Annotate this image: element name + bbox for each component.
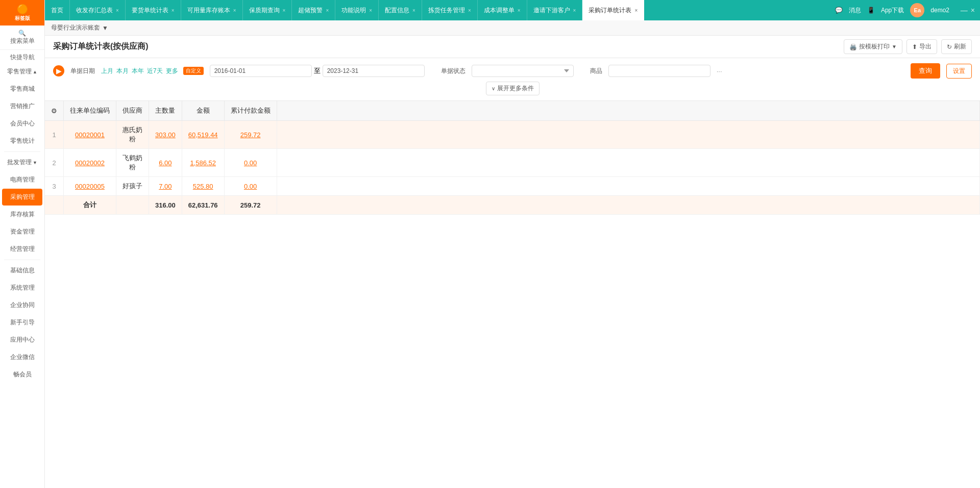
tab-available-stock-close[interactable]: × [233,8,236,13]
tab-invite-downstream[interactable]: 邀请下游客户 × [527,0,583,20]
basic-info-label: 基础信息 [10,267,35,274]
date-separator: 至 [314,66,321,75]
tab-cost-adjust[interactable]: 成本调整单 × [478,0,527,20]
sidebar-item-purchase-mgmt[interactable]: 采购管理 [2,189,42,206]
print-icon: 🖨️ [849,43,857,50]
tab-available-stock[interactable]: 可用量库存账本 × [181,0,243,20]
status-select[interactable] [472,65,574,77]
avatar[interactable]: Ea [910,3,924,17]
cell-supplier[interactable]: 好孩子 [116,177,149,196]
cell-paid[interactable]: 0.00 [224,149,277,177]
goods-more-icon[interactable]: ··· [717,67,722,75]
tab-demand-stats[interactable]: 要货单统计表 × [126,0,181,20]
sidebar-item-member-center[interactable]: 会员中心 [2,115,42,132]
breadcrumb-select[interactable]: 母婴行业演示账套 ▼ [51,23,108,32]
tab-cost-adjust-close[interactable]: × [518,8,521,13]
cell-paid[interactable]: 0.00 [224,177,277,196]
cell-code[interactable]: 00020002 [64,149,116,177]
tab-expiry-query-close[interactable]: × [283,8,286,13]
sidebar-item-retail-mgmt[interactable]: 零售管理 ▲ [2,63,42,80]
sidebar-item-retail-store[interactable]: 零售商城 [2,81,42,97]
tab-config-info[interactable]: 配置信息 × [379,0,422,20]
shortcut-this-year[interactable]: 本年 [132,67,144,75]
tab-invite-downstream-close[interactable]: × [573,8,576,13]
sidebar: 🟠 标签版 🔍 搜索菜单 快捷导航 零售管理 ▲ 零售商城 营销推广 会员中心 … [0,0,45,488]
inventory-label: 库存核算 [10,211,35,218]
win-minimize-btn[interactable]: — [961,6,968,14]
more-filter-row: ∨ 展开更多条件 [53,82,972,95]
refresh-button[interactable]: ↻ 刷新 [941,39,972,54]
print-arrow-icon: ▼ [892,44,897,49]
table-row[interactable]: 2 00020002 飞鹤奶粉 6.00 1,586.52 0.00 [45,149,980,177]
print-button[interactable]: 🖨️ 按模板打印 ▼ [844,39,902,54]
sidebar-item-new-guide[interactable]: 新手引导 [2,314,42,331]
shortcut-more[interactable]: 更多 [166,67,178,75]
sidebar-item-corp-wechat[interactable]: 企业微信 [2,349,42,366]
cell-num: 3 [45,177,64,196]
tab-purchase-stats[interactable]: 采购订单统计表 × [582,0,644,20]
tab-expiry-query[interactable]: 保质期查询 × [243,0,292,20]
username[interactable]: demo2 [930,7,949,14]
tab-demand-stats-close[interactable]: × [172,8,175,13]
cell-supplier[interactable]: 惠氏奶粉 [116,121,149,149]
shortcut-this-month[interactable]: 本月 [116,67,129,75]
app-download-label[interactable]: App下载 [881,6,904,15]
tab-hold-task[interactable]: 拣货任务管理 × [422,0,478,20]
sidebar-item-batch-mgmt[interactable]: 批发管理 ▼ [2,154,42,171]
tab-home[interactable]: 首页 [45,0,70,20]
table-row[interactable]: 1 00020001 惠氏奶粉 303.00 60,519.44 259.72 [45,121,980,149]
sidebar-item-marketing[interactable]: 营销推广 [2,98,42,115]
cell-code[interactable]: 00020001 [64,121,116,149]
app-center-label: 应用中心 [10,336,35,343]
settings-button[interactable]: 设置 [946,64,972,79]
sidebar-item-corp-collab[interactable]: 企业协同 [2,297,42,314]
tab-overstock-warning-close[interactable]: × [326,8,329,13]
th-paid: 累计付款金额 [224,101,277,121]
sidebar-item-basic-info[interactable]: 基础信息 [2,262,42,279]
expand-filter-button[interactable]: ∨ 展开更多条件 [486,82,540,95]
cell-amount[interactable]: 1,586.52 [182,149,224,177]
tab-receive-summary-close[interactable]: × [116,8,119,13]
tab-hold-task-close[interactable]: × [468,8,471,13]
shortcut-7days[interactable]: 近7天 [147,67,163,75]
th-supplier: 供应商 [116,101,149,121]
cell-extra [277,121,979,149]
tab-cost-adjust-label: 成本调整单 [484,6,514,15]
date-to-input[interactable] [323,65,425,77]
goods-input[interactable] [608,65,710,77]
date-from-input[interactable] [210,65,312,77]
message-label[interactable]: 消息 [849,6,861,15]
cell-amount[interactable]: 525.80 [182,177,224,196]
cell-supplier[interactable]: 飞鹤奶粉 [116,149,149,177]
sidebar-item-sys-mgmt[interactable]: 系统管理 [2,279,42,296]
cell-qty[interactable]: 6.00 [149,149,182,177]
sidebar-item-ecom-mgmt[interactable]: 电商管理 [2,171,42,188]
sidebar-item-retail-stats[interactable]: 零售统计 [2,133,42,149]
breadcrumb: 母婴行业演示账套 ▼ [45,20,980,36]
tab-func-desc-close[interactable]: × [369,8,372,13]
win-close-btn[interactable]: × [971,6,975,14]
cell-code[interactable]: 00020005 [64,177,116,196]
collapse-button[interactable]: ▶ [53,65,64,76]
tab-config-info-close[interactable]: × [412,8,415,13]
sidebar-search[interactable]: 🔍 搜索菜单 [0,25,44,50]
sidebar-item-finance[interactable]: 资金管理 [2,223,42,240]
cell-qty[interactable]: 303.00 [149,121,182,149]
sidebar-item-app-center[interactable]: 应用中心 [2,331,42,348]
export-button[interactable]: ⬆ 导出 [906,39,937,54]
cell-paid[interactable]: 259.72 [224,121,277,149]
shortcut-last-month[interactable]: 上月 [101,67,113,75]
tab-purchase-stats-close[interactable]: × [634,8,638,13]
column-settings-icon[interactable]: ⚙ [51,107,57,115]
cell-qty[interactable]: 7.00 [149,177,182,196]
table-row[interactable]: 3 00020005 好孩子 7.00 525.80 0.00 [45,177,980,196]
query-button[interactable]: 查询 [911,63,940,79]
th-settings[interactable]: ⚙ [45,101,64,121]
sidebar-item-vip-member[interactable]: 畅会员 [2,366,42,383]
sidebar-item-operation[interactable]: 经营管理 [2,241,42,258]
cell-amount[interactable]: 60,519.44 [182,121,224,149]
tab-overstock-warning[interactable]: 超储预警 × [292,0,335,20]
tab-receive-summary[interactable]: 收发存汇总表 × [70,0,126,20]
tab-func-desc[interactable]: 功能说明 × [335,0,379,20]
sidebar-item-inventory[interactable]: 库存核算 [2,206,42,223]
